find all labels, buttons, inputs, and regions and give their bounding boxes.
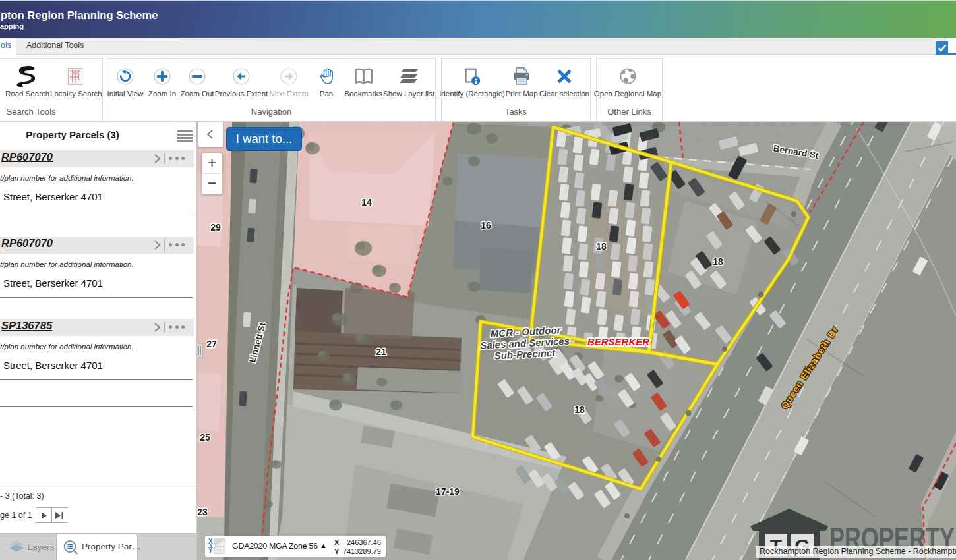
svg-text:14: 14 [361,197,372,208]
svg-text:29: 29 [210,222,221,233]
svg-text:X: X [208,538,213,545]
svg-text:18: 18 [596,241,607,252]
svg-text:27: 27 [206,339,217,349]
svg-text:21: 21 [376,347,386,357]
svg-text:18: 18 [713,256,723,267]
svg-text:17-19: 17-19 [436,486,460,497]
svg-text:23: 23 [197,507,208,517]
svg-text:BERSERKER: BERSERKER [587,336,649,347]
svg-text:25: 25 [200,432,210,443]
svg-text:16: 16 [481,220,491,231]
svg-text:18: 18 [574,405,585,415]
